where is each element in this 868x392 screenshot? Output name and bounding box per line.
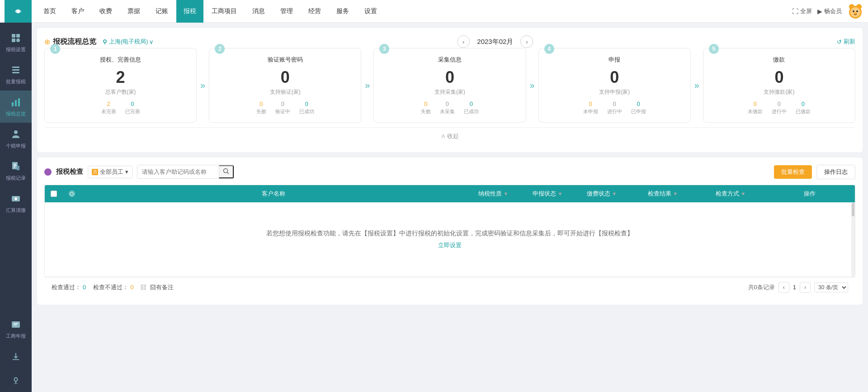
col-checkbox[interactable]: [45, 185, 63, 202]
nav-business[interactable]: 经营: [301, 0, 328, 23]
nav-accounting[interactable]: 记账: [148, 0, 175, 23]
nav-right: ⛶ 全屏 ▶ 畅会员: [792, 3, 863, 19]
batch-check-button[interactable]: 批量检查: [774, 165, 812, 179]
dropdown-arrow-icon: ▾: [125, 168, 128, 175]
nav-service[interactable]: 服务: [329, 0, 356, 23]
sidebar-item-tax-settings[interactable]: 报税设置: [0, 26, 32, 58]
log-button[interactable]: 操作日志: [816, 165, 855, 179]
sidebar-label-overview: 报税总览: [6, 110, 26, 117]
nav-fee[interactable]: 收费: [92, 0, 119, 23]
filter-icon-result[interactable]: ▼: [673, 191, 678, 196]
step5-stat1[interactable]: 0 进行中: [772, 100, 787, 115]
header-checkbox[interactable]: [51, 191, 57, 197]
step4-stat0[interactable]: 0 未申报: [583, 100, 598, 115]
tax-settings-icon: [9, 32, 22, 44]
step5-stat2[interactable]: 0 已缴款: [796, 100, 811, 115]
arrow2: »: [361, 48, 373, 123]
svg-point-1: [16, 10, 19, 13]
step4-stat2[interactable]: 0 已申报: [631, 100, 646, 115]
sidebar-item-individual-tax[interactable]: 个税申报: [0, 123, 32, 155]
fullscreen-btn[interactable]: ⛶ 全屏: [792, 7, 812, 15]
collapse-bar[interactable]: ∧ 收起: [44, 127, 855, 145]
main-layout: 报税设置 批量报税 报税总览: [0, 23, 868, 392]
nav-message[interactable]: 消息: [245, 0, 272, 23]
filter-icon-method[interactable]: ▼: [741, 191, 746, 196]
nav-customer[interactable]: 客户: [64, 0, 91, 23]
scrollbar[interactable]: [851, 202, 855, 277]
table-footer: 检查通过： 0 检查不通过： 0 囧 囧有备注 共0条记录 ‹ 1 › 30 条…: [44, 277, 855, 297]
filter-icon-pay[interactable]: ▼: [612, 191, 617, 196]
step1-stat1[interactable]: 0 已完善: [125, 100, 140, 115]
per-page-select[interactable]: 30 条/页: [814, 282, 848, 292]
prev-month-btn[interactable]: ‹: [457, 35, 470, 48]
svg-rect-22: [14, 165, 16, 166]
staff-filter-icon: 员: [92, 169, 98, 175]
filter-icon-taxtype[interactable]: ▼: [504, 191, 509, 196]
fail-count[interactable]: 0: [130, 284, 133, 291]
step2-card: 2 验证账号密码 0 支持验证(家) 0 失败 0 验证中: [209, 48, 361, 123]
sidebar-item-annual-report[interactable]: 工商年报: [0, 313, 32, 345]
nav-home[interactable]: 首页: [36, 0, 63, 23]
sidebar-item-tax-records[interactable]: 报税记录: [0, 155, 32, 187]
step3-stat1[interactable]: 0 未采集: [440, 100, 455, 115]
next-month-btn[interactable]: ›: [520, 35, 533, 48]
step4-stat1[interactable]: 0 进行中: [607, 100, 622, 115]
pagination: 共0条记录 ‹ 1 › 30 条/页: [748, 282, 848, 293]
svg-point-12: [16, 38, 20, 42]
step2-stats: 0 失败 0 验证中 0 已成功: [217, 100, 354, 115]
nav-commerce[interactable]: 工商项目: [204, 0, 244, 23]
pass-count[interactable]: 0: [83, 284, 86, 291]
sidebar-item-reconcile[interactable]: 汇算清缴: [0, 187, 32, 219]
step4-card: 4 申报 0 支持申报(家) 0 未申报 0 进行中: [538, 48, 691, 123]
nav-tax[interactable]: 报税: [176, 0, 203, 23]
avatar[interactable]: [847, 3, 863, 19]
step1-stat0[interactable]: 2 未完善: [101, 100, 116, 115]
svg-rect-11: [12, 38, 15, 42]
search-input[interactable]: [137, 167, 219, 177]
step1-badge: 1: [50, 44, 60, 54]
svg-point-34: [224, 169, 228, 173]
filter-icon-report[interactable]: ▼: [558, 191, 563, 196]
sidebar-item-download[interactable]: [0, 345, 32, 368]
step2-count: 0: [217, 68, 354, 86]
fullscreen-icon: ⛶: [792, 8, 798, 15]
step3-badge: 3: [379, 44, 389, 54]
step5-stat0[interactable]: 0 未缴款: [748, 100, 763, 115]
prev-page-btn[interactable]: ‹: [778, 282, 789, 293]
sidebar-item-batch-tax[interactable]: 批量报税: [0, 58, 32, 91]
refresh-btn[interactable]: ↺ 刷新: [837, 38, 855, 46]
col-settings[interactable]: [63, 185, 81, 202]
location-pin-icon: [102, 38, 108, 45]
step2-stat0[interactable]: 0 失败: [256, 100, 266, 115]
svg-rect-13: [12, 67, 19, 68]
location-filter[interactable]: 上海(电子税局) ∨: [102, 38, 154, 46]
nav-manage[interactable]: 管理: [273, 0, 300, 23]
member-btn[interactable]: ▶ 畅会员: [817, 7, 842, 15]
nav-bill[interactable]: 票据: [120, 0, 147, 23]
step3-stat2[interactable]: 0 已成功: [464, 100, 479, 115]
month-nav: ‹ 2023年02月 ›: [457, 35, 533, 48]
staff-filter[interactable]: 员 全部员工 ▾: [88, 166, 132, 178]
step3-stat0[interactable]: 0 失败: [421, 100, 431, 115]
scrollbar-thumb[interactable]: [852, 203, 854, 216]
svg-line-35: [227, 172, 229, 174]
search-button[interactable]: [219, 165, 234, 178]
check-title: 报税检查: [56, 167, 83, 176]
setup-link[interactable]: 立即设置: [54, 241, 846, 249]
svg-point-6: [853, 10, 854, 12]
step2-stat1[interactable]: 0 验证中: [275, 100, 290, 115]
next-page-btn[interactable]: ›: [800, 282, 811, 293]
svg-rect-24: [17, 166, 19, 170]
collapse-icon: ∧: [441, 133, 446, 139]
step2-stat2[interactable]: 0 已成功: [299, 100, 314, 115]
location-icon: [9, 374, 22, 387]
sidebar-label-annual-report: 工商年报: [6, 333, 26, 339]
fail-stat: 检查不通过： 0: [93, 283, 133, 292]
sidebar-item-location[interactable]: [0, 368, 32, 392]
sidebar-item-overview[interactable]: 报税总览: [0, 91, 32, 123]
svg-rect-17: [15, 100, 17, 106]
nav-settings[interactable]: 设置: [357, 0, 384, 23]
svg-rect-28: [14, 323, 18, 324]
step4-stats: 0 未申报 0 进行中 0 已申报: [546, 100, 683, 115]
sidebar-label-tax-records: 报税记录: [6, 175, 26, 182]
